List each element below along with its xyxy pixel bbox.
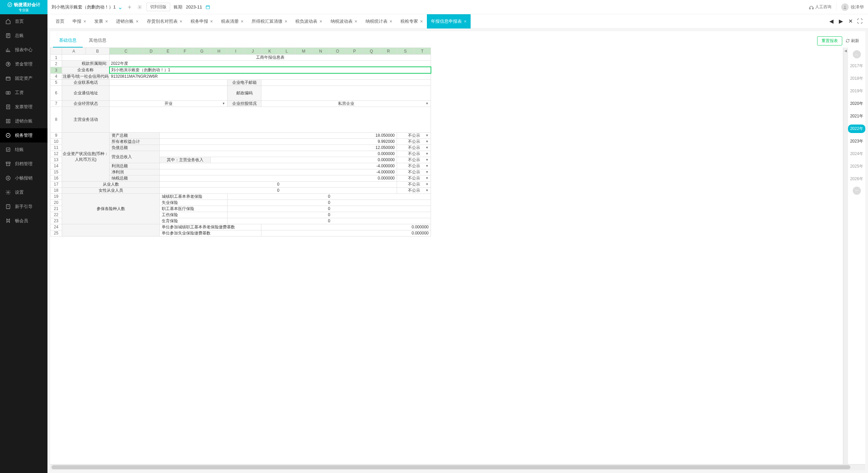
row-header[interactable]: 23 (51, 218, 62, 224)
cell-value[interactable]: 0 (228, 218, 431, 224)
tabs-expand-button[interactable]: ⛶ (856, 17, 864, 25)
column-header[interactable]: D (143, 48, 160, 55)
cell-value[interactable]: 职工基本医疗保险 (160, 206, 228, 212)
sheet-area[interactable]: ABCDEFGHIJKLMNOPQRST1工商年报信息表2税款所属期间:2022… (50, 48, 843, 464)
tab-发票[interactable]: 发票× (90, 14, 112, 29)
cell-value[interactable]: 12.050000 (160, 145, 397, 151)
sidebar-item-归档管理[interactable]: 归档管理 (0, 157, 47, 171)
column-header[interactable]: T (414, 48, 431, 55)
row-header[interactable]: 24 (51, 224, 62, 230)
cell-value[interactable]: 单位参加城镇职工基本养老保险缴费基数 (160, 224, 261, 230)
cell-value[interactable]: 0 (228, 212, 431, 218)
sidebar-item-首页[interactable]: 首页 (0, 14, 47, 29)
year-item[interactable]: 2023年 (848, 137, 865, 146)
column-header[interactable]: R (380, 48, 397, 55)
cell-value[interactable] (110, 107, 431, 132)
column-header[interactable]: E (160, 48, 177, 55)
cell-value[interactable]: 0.000000 (160, 151, 397, 157)
tab-close-icon[interactable]: × (420, 19, 423, 24)
row-header[interactable]: 3 (51, 67, 62, 73)
tabs-close-button[interactable]: ✕ (846, 17, 854, 25)
row-header[interactable]: 25 (51, 230, 62, 236)
cell-value[interactable]: 0 (228, 193, 431, 200)
tab-首页[interactable]: 首页 (52, 14, 68, 29)
tab-纳税统计表[interactable]: 纳税统计表× (361, 14, 396, 29)
cell-value[interactable]: 91320811MA7NGR2W6R (110, 73, 431, 79)
sidebar-item-设置[interactable]: 设置 (0, 185, 47, 200)
year-item[interactable]: 2022年 (848, 125, 865, 133)
row-header[interactable]: 14 (51, 163, 62, 169)
dropdown-cell[interactable]: 不公示 (397, 132, 431, 138)
cell-value[interactable]: 0 (160, 187, 397, 193)
year-item[interactable]: 2017年 (848, 62, 865, 70)
tab-close-icon[interactable]: × (136, 19, 138, 24)
cell-value[interactable]: 9.992000 (160, 138, 397, 145)
cell-value[interactable] (261, 86, 431, 100)
user-menu[interactable]: 徐泽华 (836, 3, 864, 11)
year-item[interactable]: 2020年 (848, 99, 865, 108)
row-header[interactable]: 20 (51, 200, 62, 206)
column-header[interactable]: O (329, 48, 346, 55)
tab-申报[interactable]: 申报× (68, 14, 90, 29)
tab-进销台账[interactable]: 进销台账× (112, 14, 142, 29)
row-header[interactable]: 16 (51, 175, 62, 181)
cell-value[interactable] (110, 86, 228, 100)
row-header[interactable]: 19 (51, 193, 62, 200)
year-up-button[interactable]: ︿ (853, 50, 861, 58)
sidebar-item-畅会员[interactable]: 畅会员 (0, 214, 47, 228)
column-header[interactable]: H (211, 48, 228, 55)
tab-close-icon[interactable]: × (355, 19, 357, 24)
tab-税表清册[interactable]: 税表清册× (217, 14, 248, 29)
column-header[interactable]: J (244, 48, 261, 55)
row-header[interactable]: 7 (51, 100, 62, 107)
column-header[interactable]: G (194, 48, 211, 55)
column-header[interactable]: A (62, 48, 86, 55)
horizontal-scrollbar[interactable] (50, 464, 865, 470)
column-header[interactable]: L (278, 48, 295, 55)
settings-gear-button[interactable] (136, 4, 143, 11)
sidebar-item-固定资产[interactable]: 固定资产 (0, 71, 47, 86)
dropdown-cell[interactable]: 不公示 (397, 187, 431, 193)
year-item[interactable]: 2019年 (848, 87, 865, 95)
tab-税负波动表[interactable]: 税负波动表× (291, 14, 326, 29)
dropdown-cell[interactable]: 不公示 (397, 157, 431, 163)
column-header[interactable]: M (295, 48, 312, 55)
sidebar-item-结账[interactable]: 结账 (0, 143, 47, 157)
column-header[interactable]: Q (363, 48, 380, 55)
sidebar-item-税务管理[interactable]: 税务管理 (0, 128, 47, 143)
row-header[interactable]: 6 (51, 86, 62, 100)
add-button[interactable] (126, 4, 133, 11)
column-header[interactable] (51, 48, 62, 55)
year-item[interactable]: 2018年 (848, 74, 865, 83)
row-header[interactable]: 8 (51, 107, 62, 132)
cell-value[interactable] (261, 79, 431, 86)
cell-value[interactable]: 城镇职工基本养老保险 (160, 193, 228, 200)
cell-value[interactable]: 0.000000 (160, 175, 397, 181)
calendar-icon[interactable] (205, 5, 210, 10)
reset-report-button[interactable]: 重置报表 (817, 36, 842, 45)
cell-value[interactable]: -4.000000 (160, 169, 397, 175)
tabs-next-button[interactable]: ▶ (837, 17, 845, 25)
column-header[interactable]: B (86, 48, 110, 55)
row-header[interactable]: 22 (51, 212, 62, 218)
column-header[interactable]: S (397, 48, 414, 55)
tab-close-icon[interactable]: × (284, 19, 287, 24)
year-item[interactable]: 2021年 (848, 112, 865, 120)
cell-value[interactable]: 单位参加失业保险缴费基数 (160, 230, 261, 236)
tab-纳税波动表[interactable]: 纳税波动表× (327, 14, 361, 29)
sub-tab-基础信息[interactable]: 基础信息 (53, 34, 83, 48)
company-name-input[interactable]: 刘小艳演示账套（勿删勿动！）1 (110, 67, 431, 73)
tab-close-icon[interactable]: × (83, 19, 86, 24)
cell-value[interactable]: 18.050000 (160, 132, 397, 138)
tab-close-icon[interactable]: × (210, 19, 213, 24)
sidebar-item-发票管理[interactable]: 发票管理 (0, 100, 47, 114)
tab-税务申报[interactable]: 税务申报× (186, 14, 217, 29)
row-header[interactable]: 11 (51, 145, 62, 151)
tab-close-icon[interactable]: × (105, 19, 108, 24)
dropdown-cell[interactable]: 不公示 (397, 151, 431, 157)
row-header[interactable]: 21 (51, 206, 62, 212)
tab-close-icon[interactable]: × (180, 19, 182, 24)
cell-value[interactable]: 0 (228, 200, 431, 206)
row-header[interactable]: 15 (51, 169, 62, 175)
sidebar-item-小畅报销[interactable]: 小畅报销 (0, 171, 47, 185)
